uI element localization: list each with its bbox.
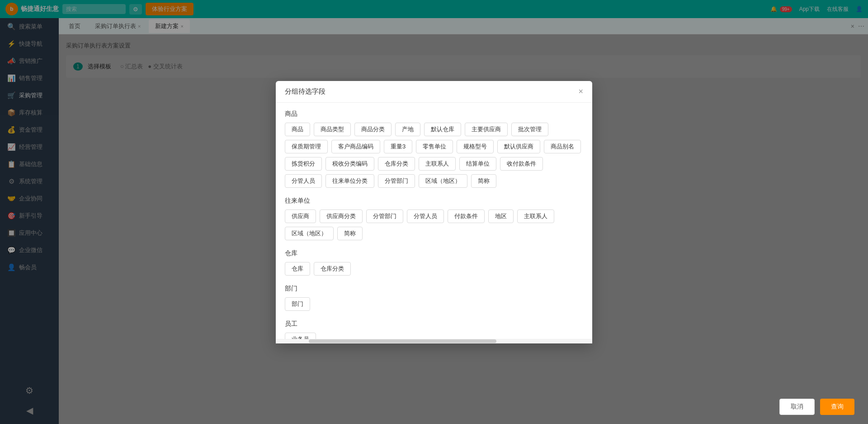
field-tag-goods-10[interactable]: 零售单位	[416, 140, 453, 153]
field-tag-partner-2[interactable]: 分管部门	[366, 210, 403, 223]
modal-scrollbar-thumb	[309, 339, 496, 343]
field-tag-partner-6[interactable]: 主联系人	[517, 210, 554, 223]
field-tag-goods-5[interactable]: 主要供应商	[465, 123, 508, 136]
field-tag-goods-11[interactable]: 规格型号	[457, 140, 494, 153]
field-tag-partner-4[interactable]: 付款条件	[448, 210, 485, 223]
field-tags-warehouse: 仓库仓库分类	[285, 262, 583, 276]
modal-body[interactable]: 商品商品商品类型商品分类产地默认仓库主要供应商批次管理保质期管理客户商品编码重量…	[276, 103, 592, 339]
section-title-department: 部门	[285, 285, 583, 293]
field-tag-goods-20[interactable]: 分管人员	[285, 174, 322, 188]
field-tag-goods-24[interactable]: 简称	[471, 174, 496, 188]
field-tag-goods-7[interactable]: 保质期管理	[285, 140, 328, 153]
field-tag-partner-1[interactable]: 供应商分类	[320, 210, 363, 223]
field-tag-warehouse-0[interactable]: 仓库	[285, 262, 310, 276]
field-tags-employee: 业务员	[285, 333, 583, 339]
field-tag-goods-9[interactable]: 重量3	[384, 140, 412, 153]
field-tag-partner-3[interactable]: 分管人员	[407, 210, 444, 223]
field-tag-goods-1[interactable]: 商品类型	[314, 123, 351, 136]
field-tag-goods-3[interactable]: 产地	[395, 123, 420, 136]
field-tag-partner-0[interactable]: 供应商	[285, 210, 316, 223]
section-title-employee: 员工	[285, 320, 583, 328]
field-tag-goods-6[interactable]: 批次管理	[511, 123, 548, 136]
section-department: 部门部门	[285, 285, 583, 311]
field-tag-employee-0[interactable]: 业务员	[285, 333, 316, 339]
modal-footer: 取消 查询	[779, 399, 854, 415]
field-tag-goods-0[interactable]: 商品	[285, 123, 310, 136]
field-tag-goods-18[interactable]: 结算单位	[459, 157, 496, 171]
section-warehouse: 仓库仓库仓库分类	[285, 249, 583, 276]
field-tag-goods-21[interactable]: 往来单位分类	[326, 174, 374, 188]
modal-title: 分组待选字段	[285, 87, 326, 96]
section-partner: 往来单位供应商供应商分类分管部门分管人员付款条件地区主联系人区域（地区）简称	[285, 197, 583, 240]
field-tags-department: 部门	[285, 297, 583, 311]
field-tags-goods: 商品商品类型商品分类产地默认仓库主要供应商批次管理保质期管理客户商品编码重量3零…	[285, 123, 583, 188]
modal-horizontal-scrollbar[interactable]	[276, 339, 592, 343]
modal-close-button[interactable]: ×	[578, 87, 583, 95]
field-tag-goods-2[interactable]: 商品分类	[354, 123, 392, 136]
section-title-warehouse: 仓库	[285, 249, 583, 257]
field-tag-goods-13[interactable]: 商品别名	[544, 140, 581, 153]
field-tag-partner-7[interactable]: 区域（地区）	[285, 227, 334, 240]
field-tag-goods-23[interactable]: 区域（地区）	[419, 174, 467, 188]
field-tag-goods-17[interactable]: 主联系人	[419, 157, 456, 171]
section-title-goods: 商品	[285, 110, 583, 118]
modal-overlay: 分组待选字段 × 商品商品商品类型商品分类产地默认仓库主要供应商批次管理保质期管…	[0, 0, 868, 424]
section-title-partner: 往来单位	[285, 197, 583, 205]
field-tag-warehouse-1[interactable]: 仓库分类	[314, 262, 351, 276]
field-tag-department-0[interactable]: 部门	[285, 297, 310, 311]
section-goods: 商品商品商品类型商品分类产地默认仓库主要供应商批次管理保质期管理客户商品编码重量…	[285, 110, 583, 188]
field-tag-goods-22[interactable]: 分管部门	[378, 174, 415, 188]
field-tag-goods-19[interactable]: 收付款条件	[500, 157, 543, 171]
field-tag-partner-5[interactable]: 地区	[488, 210, 514, 223]
field-tag-goods-16[interactable]: 仓库分类	[378, 157, 415, 171]
field-tag-goods-4[interactable]: 默认仓库	[424, 123, 461, 136]
field-tags-partner: 供应商供应商分类分管部门分管人员付款条件地区主联系人区域（地区）简称	[285, 210, 583, 240]
field-selection-modal: 分组待选字段 × 商品商品商品类型商品分类产地默认仓库主要供应商批次管理保质期管…	[276, 81, 592, 343]
field-tag-goods-15[interactable]: 税收分类编码	[326, 157, 374, 171]
modal-header: 分组待选字段 ×	[276, 81, 592, 103]
field-tag-partner-8[interactable]: 简称	[337, 227, 363, 240]
field-tag-goods-14[interactable]: 拣货积分	[285, 157, 322, 171]
confirm-button[interactable]: 查询	[820, 399, 854, 415]
cancel-button[interactable]: 取消	[779, 399, 815, 415]
field-tag-goods-8[interactable]: 客户商品编码	[331, 140, 380, 153]
section-employee: 员工业务员	[285, 320, 583, 339]
field-tag-goods-12[interactable]: 默认供应商	[497, 140, 540, 153]
